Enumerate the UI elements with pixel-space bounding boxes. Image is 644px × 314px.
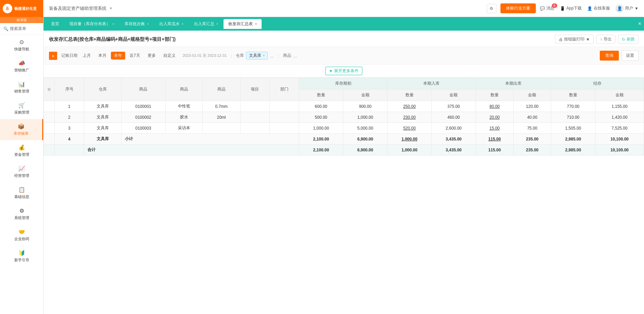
warehouse-tag-close[interactable]: × <box>263 54 265 57</box>
tab-inventory-dist[interactable]: 现存量（库存分布表） × <box>65 19 119 29</box>
message-action[interactable]: 💬 消息 6 <box>540 5 555 11</box>
row-out-qty[interactable]: 20.00 <box>476 112 513 123</box>
sidebar-item-enterprise[interactable]: 🤝 企业协同 <box>0 225 43 246</box>
tab-home-label: 首页 <box>51 21 59 27</box>
col-out-qty: 数量 <box>476 89 513 101</box>
filter-toggle-button[interactable]: » <box>49 52 57 60</box>
query-button[interactable]: 查询 <box>600 51 619 61</box>
sidebar-item-quick-nav[interactable]: ⊙ 快捷导航 <box>0 35 43 56</box>
set-button[interactable]: 设置 <box>622 50 639 61</box>
date-btn-this-month[interactable]: 本月 <box>95 52 110 60</box>
sidebar-item-label: 资金管理 <box>14 152 29 157</box>
sidebar-item-system[interactable]: ⚙ 系统管理 <box>0 203 43 225</box>
sidebar-item-sales[interactable]: 📊 销售管理 <box>0 77 43 98</box>
sidebar-item-inventory[interactable]: 📦 库存核算 <box>0 119 43 140</box>
tab-inventory-dist-close[interactable]: × <box>112 22 114 26</box>
row-spec: 20ml <box>202 112 240 123</box>
tab-inout-summary[interactable]: 出入库汇总 × <box>189 19 223 29</box>
total-closing-amt: 10,100.00 <box>595 145 644 155</box>
export-button[interactable]: ↑ 导出 <box>596 35 615 44</box>
filter-right-actions: 查询 设置 <box>600 50 639 61</box>
sidebar-item-basic[interactable]: 📋 基础信息 <box>0 182 43 203</box>
total-label: 合计 <box>84 145 299 155</box>
row-name: 胶水 <box>165 112 202 123</box>
row-name: 采访本 <box>165 123 202 134</box>
sidebar-item-operation[interactable]: 📈 经营管理 <box>0 161 43 182</box>
subtotal-label: 小计 <box>121 134 299 145</box>
tab-home[interactable]: 首页 <box>46 19 64 29</box>
online-service-action[interactable]: 👤 在线客服 <box>587 5 610 11</box>
tab-batch-close[interactable]: × <box>147 22 149 26</box>
sidebar-item-label: 经营管理 <box>14 173 29 178</box>
row-project <box>240 101 269 112</box>
marketing-icon: 📣 <box>18 60 25 66</box>
date-btn-7days[interactable]: 近7天 <box>127 52 143 60</box>
date-filter-group: 记账日期 上月 本月 本年 近7天 更多 自定义 <box>61 52 179 60</box>
sidebar-item-label: 系统管理 <box>14 215 29 220</box>
expand-more-btn[interactable]: ▼ 展开更多条件 <box>325 67 363 75</box>
warehouse-tag: 文具库 × <box>246 52 268 60</box>
row-in-qty[interactable]: 250.00 <box>387 101 432 112</box>
row-project <box>240 112 269 123</box>
row-no: 1 <box>55 101 84 112</box>
date-range-display: 2023-01-01 至 2023-12-31 <box>183 53 227 58</box>
product-more-icon[interactable]: ... <box>293 53 297 59</box>
refresh-button[interactable]: ↻ 刷新 <box>618 35 639 44</box>
sidebar-search[interactable]: 🔍 搜索菜单 <box>0 23 43 35</box>
expand-icon: ▼ <box>329 69 333 73</box>
settings-button[interactable]: ⚙ <box>487 4 496 13</box>
trial-button[interactable]: 体验行业方案 <box>500 3 536 13</box>
row-out-qty[interactable]: 15.00 <box>476 123 513 134</box>
warehouse-more-icon[interactable]: ... <box>270 53 274 59</box>
filter-divider-2: | <box>278 53 279 58</box>
sidebar-item-finance[interactable]: 💰 资金管理 <box>0 140 43 161</box>
subtotal-out-qty[interactable]: 115.00 <box>476 134 513 145</box>
table-row: 2 文具库 0100002 胶水 20ml 500.00 1,000.00 23… <box>44 112 644 123</box>
subtotal-opening-amt: 6,900.00 <box>343 134 387 145</box>
sidebar-item-guide[interactable]: 🔰 新手引导 <box>0 246 43 267</box>
row-in-qty[interactable]: 520.00 <box>387 123 432 134</box>
sidebar-item-label: 库存核算 <box>14 131 29 136</box>
user-action[interactable]: 👤 用户 ▼ <box>615 4 639 13</box>
top-header: 装备及固定资产辅助管理系统 ▼ ⚙ 体验行业方案 💬 消息 6 📱 App下载 … <box>44 0 644 17</box>
date-btn-last-month[interactable]: 上月 <box>80 52 94 60</box>
sales-icon: 📊 <box>18 81 25 87</box>
tab-receipt-summary[interactable]: 收发存汇总表 × <box>224 19 262 29</box>
sidebar-item-marketing[interactable]: 📣 营销推广 <box>0 56 43 77</box>
sidebar-item-label: 快捷导航 <box>14 47 29 52</box>
print-button[interactable]: 🖨 按钮版打印 ▼ <box>555 35 594 44</box>
date-btn-this-year[interactable]: 本年 <box>111 52 125 60</box>
col-outbound-header: 本期出库 <box>476 78 551 89</box>
row-opening-qty: 500.00 <box>299 112 343 123</box>
sidebar-item-purchase[interactable]: 🛒 采购管理 <box>0 98 43 119</box>
date-btn-more[interactable]: 更多 <box>145 52 159 60</box>
row-opening-amt: 5,000.00 <box>343 123 387 134</box>
tab-inout-flow[interactable]: 出入库流水 × <box>154 19 188 29</box>
print-icon: 🖨 <box>559 37 563 42</box>
row-in-qty[interactable]: 230.00 <box>387 112 432 123</box>
row-out-qty[interactable]: 80.00 <box>476 101 513 112</box>
app-download-action[interactable]: 📱 App下载 <box>560 5 582 11</box>
product-filter-label: 商品 <box>283 53 291 59</box>
date-btn-custom[interactable]: 自定义 <box>160 52 179 60</box>
subtotal-in-qty[interactable]: 1,000.00 <box>387 134 432 145</box>
tab-batch[interactable]: 库存批次账 × <box>120 19 154 29</box>
table-settings-col[interactable]: ⚙ <box>44 78 55 101</box>
filter-bar: » 记账日期 上月 本月 本年 近7天 更多 自定义 2023-01-01 至 … <box>44 47 644 65</box>
date-filter-label: 记账日期 <box>61 53 78 59</box>
row-opening-qty: 1,000.00 <box>299 123 343 134</box>
tab-bar-close-all[interactable]: × <box>638 21 641 27</box>
total-settings <box>44 145 55 155</box>
total-opening-amt: 6,900.00 <box>343 145 387 155</box>
basic-icon: 📋 <box>18 186 25 193</box>
system-name: 装备及固定资产辅助管理系统 <box>49 5 106 12</box>
print-dropdown-icon: ▼ <box>586 37 590 42</box>
header-title-area: 装备及固定资产辅助管理系统 ▼ <box>49 5 483 12</box>
sidebar-item-label: 新手引导 <box>14 258 29 263</box>
tab-receipt-summary-close[interactable]: × <box>255 22 257 26</box>
tab-inout-summary-close[interactable]: × <box>216 22 218 26</box>
row-closing-qty: 1,505.00 <box>551 123 595 134</box>
system-dropdown-icon[interactable]: ▼ <box>109 6 113 10</box>
tab-inout-flow-close[interactable]: × <box>182 22 184 26</box>
export-icon: ↑ <box>600 37 602 42</box>
